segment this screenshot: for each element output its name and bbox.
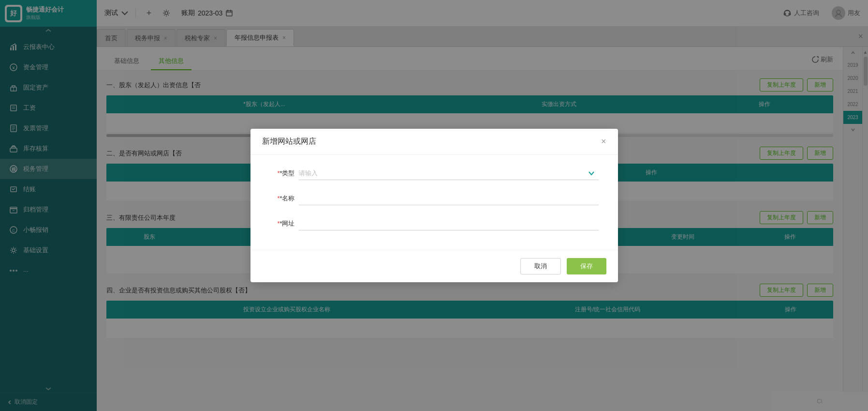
form-label-name: **名称 [270,194,299,203]
cancel-button[interactable]: 取消 [520,258,561,274]
modal-title: 新增网站或网店 [262,137,316,147]
type-dropdown-arrow[interactable] [588,169,595,178]
modal-footer: 取消 保存 [250,250,618,282]
form-row-url: **网址 [270,217,599,230]
modal-add-website: 新增网站或网店 × **类型 **名称 [250,129,618,282]
name-input[interactable] [299,192,599,205]
form-label-url: **网址 [270,219,299,228]
form-label-type: **类型 [270,169,299,178]
form-name-wrapper [299,192,599,205]
modal-header: 新增网站或网店 × [250,129,618,155]
form-row-name: **名称 [270,192,599,205]
modal-overlay[interactable]: 新增网站或网店 × **类型 **名称 [0,0,868,411]
modal-body: **类型 **名称 [250,155,618,250]
url-input[interactable] [299,217,599,230]
form-row-type: **类型 [270,167,599,180]
type-input[interactable] [299,167,599,180]
form-type-wrapper [299,167,599,180]
modal-close-button[interactable]: × [601,137,606,147]
save-button[interactable]: 保存 [567,258,606,274]
form-url-wrapper [299,217,599,230]
